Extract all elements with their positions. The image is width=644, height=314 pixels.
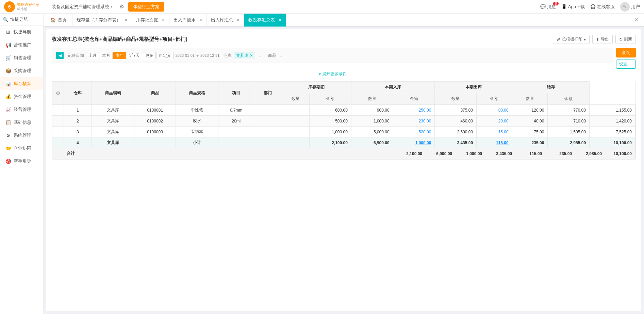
sidebar-item-operations[interactable]: 📈 经营管理 — [0, 103, 43, 116]
row-in-qty[interactable]: 250.00 — [393, 105, 435, 116]
app-download-icon: 📱 — [561, 4, 567, 9]
date-btn-this-year[interactable]: 本年 — [113, 52, 126, 59]
row-in-qty[interactable]: 1,000.00 — [393, 137, 435, 148]
warehouse-more-button[interactable]: ... — [257, 53, 264, 58]
row-goods-spec: 0.7mm — [218, 105, 254, 116]
row-out-qty[interactable]: 15.00 — [477, 127, 512, 137]
date-btn-7days[interactable]: 近7天 — [127, 52, 142, 59]
tab-close-icon[interactable]: ✕ — [278, 18, 282, 22]
row-dept — [282, 116, 310, 127]
expand-conditions-button[interactable]: ▾ 展开更多条件 — [319, 71, 347, 77]
tab-batch-ledger[interactable]: 库存批次账 ✕ — [132, 14, 169, 27]
system-settings-icon[interactable]: ⚙ — [119, 3, 124, 10]
row-balance-qty: 770.00 — [548, 105, 590, 116]
date-btn-this-month[interactable]: 本月 — [100, 52, 113, 59]
tab-close-icon[interactable]: ✕ — [162, 18, 165, 22]
system-dropdown-icon[interactable]: ▾ — [111, 4, 113, 9]
tab-label: 首页 — [58, 17, 67, 23]
date-btn-last-month[interactable]: 上月 — [86, 52, 99, 59]
app-logo-icon: 6 — [4, 1, 15, 12]
tab-close-icon[interactable]: ✕ — [236, 18, 240, 22]
col-header-goods-spec: 商品规格 — [176, 82, 218, 105]
row-in-amt: 460.00 — [435, 116, 477, 127]
sidebar-item-corp[interactable]: 🤝 企业协同 — [0, 142, 43, 155]
warehouse-filter-label: 仓库 — [224, 53, 232, 59]
tab-close-icon[interactable]: ✕ — [124, 18, 128, 22]
tab-recv-send-summary[interactable]: 收发存汇总表 ✕ — [244, 14, 286, 27]
filter-toggle-button[interactable]: ◀ — [56, 52, 64, 59]
tab-home[interactable]: 🏠 首页 — [45, 14, 72, 27]
sidebar-item-label: 库存核算 — [14, 81, 31, 87]
row-warehouse: 文具库 — [92, 127, 134, 137]
col-header-project: 项目 — [218, 82, 254, 105]
date-btn-more[interactable]: 更多 — [143, 52, 156, 59]
row-out-qty[interactable]: 80.00 — [477, 105, 512, 116]
sidebar-item-marketing[interactable]: 📢 营销推广 — [0, 38, 43, 51]
table-gear-icon[interactable]: ⚙ — [56, 90, 60, 96]
date-range-label: 2023-01-01 至 2023-12-31 — [176, 53, 220, 58]
row-goods-name: 中性笔 — [176, 105, 218, 116]
sidebar-item-label: 快捷导航 — [14, 29, 31, 35]
row-out-qty[interactable]: 115.00 — [477, 137, 512, 148]
tab-inout-flow[interactable]: 出入库流水 ✕ — [169, 14, 207, 27]
sidebar-item-purchase[interactable]: 📦 采购管理 — [0, 64, 43, 77]
print-button[interactable]: 🖨 按模板打印 ▾ — [553, 35, 590, 44]
row-settings — [52, 105, 64, 116]
tab-inout-summary[interactable]: 出入库汇总 ✕ — [207, 14, 244, 27]
sidebar-item-finance[interactable]: 💰 资金管理 — [0, 90, 43, 103]
warehouse-tag-close-icon[interactable]: ✕ — [250, 53, 253, 58]
row-in-qty[interactable]: 230.00 — [393, 116, 435, 127]
row-dept — [282, 137, 310, 148]
table-row: 2文具库0100002胶水20ml500.001,000.00230.00460… — [52, 116, 635, 127]
row-project — [254, 105, 282, 116]
sidebar-item-quick-nav[interactable]: ⊞ 快捷导航 — [0, 26, 43, 38]
sidebar-item-inventory[interactable]: 📊 库存核算 — [0, 77, 43, 90]
col-out-amt: 金额 — [477, 93, 512, 105]
online-support-button[interactable]: 🎧 在线客服 — [590, 4, 615, 10]
tab-label: 现存量（库存分布表） — [77, 17, 121, 23]
query-button[interactable]: 查询 — [616, 48, 636, 57]
row-in-amt: 3,435.00 — [435, 137, 477, 148]
sidebar-item-basic-info[interactable]: 📋 基础信息 — [0, 116, 43, 129]
footer-in-qty: 1,000.00 — [455, 151, 482, 156]
row-goods-code — [134, 137, 176, 148]
app-download-button[interactable]: 📱 App下载 — [561, 4, 585, 10]
tab-label: 出入库流水 — [174, 17, 196, 23]
sidebar-item-sales[interactable]: 🛒 销售管理 — [0, 51, 43, 64]
row-dept — [282, 127, 310, 137]
sidebar-item-system[interactable]: ⚙ 系统管理 — [0, 129, 43, 142]
sidebar-item-guide[interactable]: 🎯 新手引导 — [0, 155, 43, 168]
search-menu-button[interactable]: 🔍 快捷导航 — [0, 14, 43, 26]
col-opening-amt: 金额 — [310, 93, 351, 105]
page-content: 收发存汇总表(按仓库+商品编码+商品+规格型号+项目+部门) 🖨 按模板打印 ▾… — [46, 29, 641, 311]
close-all-tabs-button[interactable]: ✕ — [630, 17, 643, 23]
footer-opening-qty: 2,100.00 — [395, 151, 422, 156]
row-in-qty[interactable]: 520.00 — [393, 127, 435, 137]
try-industry-button[interactable]: 体验行业方案 — [128, 2, 164, 12]
quick-nav-icon: ⊞ — [5, 29, 11, 35]
export-button[interactable]: ⬇ 导出 — [592, 35, 613, 44]
tab-close-icon[interactable]: ✕ — [199, 18, 202, 22]
row-project — [254, 127, 282, 137]
row-goods-name: 胶水 — [176, 116, 218, 127]
row-out-qty[interactable]: 20.00 — [477, 116, 512, 127]
warehouse-filter-tag[interactable]: 文具库 ✕ — [234, 52, 255, 59]
tab-label: 库存批次账 — [136, 17, 158, 23]
row-balance-amt: 7,525.00 — [590, 127, 635, 137]
col-group-balance: 结存 — [512, 82, 589, 93]
row-balance-amt: 1,155.00 — [590, 105, 635, 116]
footer-opening-amt: 6,900.00 — [425, 151, 452, 156]
row-opening-amt: 900.00 — [351, 105, 393, 116]
settings-link-button[interactable]: 设置 — [616, 60, 636, 69]
row-balance-amt: 1,420.00 — [590, 116, 635, 127]
marketing-icon: 📢 — [5, 42, 11, 48]
row-in-amt: 2,600.00 — [435, 127, 477, 137]
messages-button[interactable]: 💬 消息 6 — [540, 4, 556, 10]
date-btn-custom[interactable]: 自定义 — [156, 52, 174, 59]
message-badge: 6 — [553, 2, 559, 5]
tab-stock-dist[interactable]: 现存量（库存分布表） ✕ — [72, 14, 132, 27]
row-goods-code: 0100002 — [134, 116, 176, 127]
refresh-button[interactable]: ↻ 刷新 — [615, 35, 636, 44]
goods-more-button[interactable]: ... — [278, 53, 285, 58]
user-menu-button[interactable]: Ea 用户 — [620, 2, 640, 12]
